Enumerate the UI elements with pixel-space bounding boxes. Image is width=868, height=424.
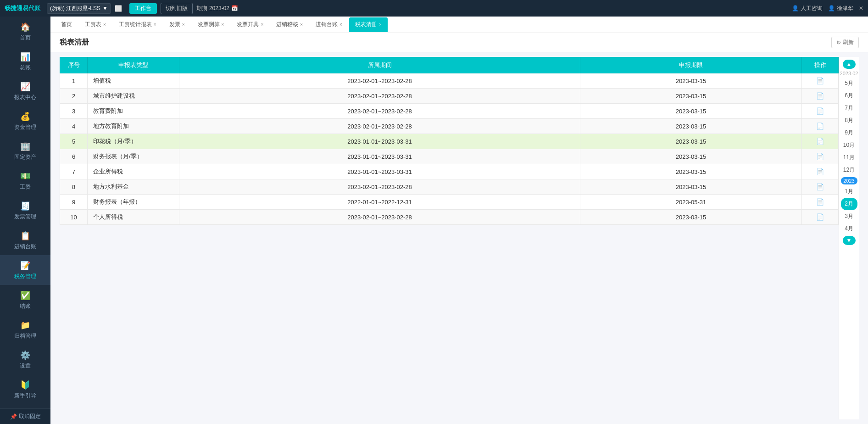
sidebar-item-ledger[interactable]: 📊 总账 [0,46,50,76]
user-profile[interactable]: 👤 徐泽华 [828,5,853,12]
doc-icon-6[interactable]: 📄 [816,168,824,175]
cell-type-4: 印花税（月/季） [88,134,179,149]
workspace-button[interactable]: 工作台 [129,3,157,14]
cell-type-2: 教育费附加 [88,104,179,119]
customer-service[interactable]: 👤 人工咨询 [792,5,823,12]
tab-salary-stats-close[interactable]: × [154,22,156,27]
refresh-button[interactable]: ↻ 刷新 [831,37,859,48]
doc-icon-4[interactable]: 📄 [816,138,824,145]
sidebar-item-reports[interactable]: 📈 报表中心 [0,76,50,106]
sidebar-label-home: 首页 [20,34,31,42]
cell-period-5: 2023-01-01~2023-03-31 [179,149,580,164]
cell-action-6[interactable]: 📄 [802,164,839,179]
cell-action-2[interactable]: 📄 [802,104,839,119]
tab-invoice-calc-close[interactable]: × [222,22,224,27]
cal-month-3[interactable]: 3月 [841,210,857,223]
col-header-action: 操作 [802,57,839,73]
tab-invoice-calc[interactable]: 发票测算 × [192,17,230,32]
sidebar-item-home[interactable]: 🏠 首页 [0,17,50,46]
tab-invoice-issue[interactable]: 发票开具 × [231,17,269,32]
tax-icon: 📝 [20,261,30,271]
tab-sales-ledger[interactable]: 进销台账 × [310,17,348,32]
cell-action-9[interactable]: 📄 [802,210,839,225]
cell-deadline-5: 2023-03-15 [580,149,802,164]
tab-tax-list[interactable]: 税表清册 × [349,17,388,32]
tab-salary-table-close[interactable]: × [103,22,106,27]
sidebar-item-invoice[interactable]: 🧾 发票管理 [0,195,50,225]
sidebar-item-assets[interactable]: 🏢 固定资产 [0,136,50,166]
tab-tax-list-close[interactable]: × [379,22,382,27]
cell-action-8[interactable]: 📄 [802,195,839,210]
cell-action-0[interactable]: 📄 [802,73,839,89]
doc-icon-1[interactable]: 📄 [816,92,824,100]
cal-month-10[interactable]: 10月 [841,139,857,151]
doc-icon-2[interactable]: 📄 [816,107,824,115]
cal-month-6[interactable]: 6月 [841,89,857,102]
sidebar-item-salary[interactable]: 💵 工资 [0,166,50,195]
service-label: 人工咨询 [801,5,823,12]
tab-invoice-close[interactable]: × [182,22,185,27]
sidebar-item-funds[interactable]: 💰 资金管理 [0,106,50,136]
sidebar-label-close-period: 结账 [20,302,31,310]
calendar-nav-down[interactable]: ▼ [843,236,856,245]
table-row: 1 增值税 2023-02-01~2023-02-28 2023-03-15 📄 [60,73,839,89]
sidebar-item-archive[interactable]: 📁 归档管理 [0,315,50,345]
cell-no-9: 10 [60,210,88,225]
top-bar-actions: 工作台 切到旧版 期期 2023-02 📅 [129,3,238,14]
tab-sales-audit-close[interactable]: × [300,22,303,27]
tab-salary-table[interactable]: 工资表 × [79,17,112,32]
cell-action-3[interactable]: 📄 [802,119,839,134]
cell-action-1[interactable]: 📄 [802,89,839,104]
company-selector[interactable]: (勿动) 江西服垦-LSS ▼ [47,3,111,14]
cell-no-0: 1 [60,73,88,89]
calendar-nav-up[interactable]: ▲ [843,60,856,69]
tab-home[interactable]: 首页 [55,17,78,32]
sidebar-item-settings[interactable]: ⚙️ 设置 [0,345,50,374]
cell-type-6: 企业所得税 [88,164,179,179]
sidebar-bottom-pin[interactable]: 📌 取消固定 [0,408,50,424]
sidebar-label-invoice: 发票管理 [14,213,36,221]
doc-icon-3[interactable]: 📄 [816,123,824,130]
cal-month-2[interactable]: 2月 [841,198,857,210]
table-row: 10 个人所得税 2023-02-01~2023-02-28 2023-03-1… [60,210,839,225]
cal-month-1[interactable]: 1月 [841,185,857,198]
cal-month-11[interactable]: 11月 [841,151,857,164]
reports-icon: 📈 [20,82,30,92]
tab-sales-audit[interactable]: 进销稽核 × [270,17,309,32]
sidebar-item-tax[interactable]: 📝 税务管理 [0,255,50,285]
sidebar-item-close-period[interactable]: ✅ 结账 [0,285,50,315]
close-icon[interactable]: ✕ [859,5,863,11]
tab-invoice-issue-label: 发票开具 [237,21,259,28]
cell-period-3: 2023-02-01~2023-02-28 [179,119,580,134]
cell-no-4: 5 [60,134,88,149]
cal-month-12[interactable]: 12月 [841,164,857,176]
tab-salary-stats[interactable]: 工资统计报表 × [113,17,162,32]
doc-icon-8[interactable]: 📄 [816,198,824,206]
cell-action-4[interactable]: 📄 [802,134,839,149]
doc-icon-9[interactable]: 📄 [816,213,824,221]
doc-icon-0[interactable]: 📄 [816,77,824,84]
tab-salary-stats-label: 工资统计报表 [119,21,152,28]
cell-type-5: 财务报表（月/季） [88,149,179,164]
sidebar-item-guide[interactable]: 🔰 新手引导 [0,374,50,404]
tab-invoice[interactable]: 发票 × [163,17,191,32]
sidebar-item-purchase-sales[interactable]: 📋 进销台账 [0,225,50,255]
doc-icon-5[interactable]: 📄 [816,153,824,160]
tab-sales-ledger-close[interactable]: × [339,22,342,27]
copy-icon[interactable]: ⬜ [115,5,122,12]
cell-action-7[interactable]: 📄 [802,179,839,195]
tab-salary-table-label: 工资表 [85,21,101,28]
oldview-button[interactable]: 切到旧版 [161,3,193,14]
calendar-icon[interactable]: 📅 [231,5,238,11]
table-row: 9 财务报表（年报） 2022-01-01~2022-12-31 2023-05… [60,195,839,210]
app-logo: 畅捷通易代账 [5,4,40,12]
cal-month-7[interactable]: 7月 [841,102,857,114]
cal-month-9[interactable]: 9月 [841,127,857,139]
cal-month-8[interactable]: 8月 [841,114,857,127]
cal-month-5[interactable]: 5月 [841,77,857,89]
tab-invoice-issue-close[interactable]: × [261,22,263,27]
period-display: 期期 2023-02 📅 [196,5,238,12]
cal-month-4[interactable]: 4月 [841,223,857,235]
cell-action-5[interactable]: 📄 [802,149,839,164]
doc-icon-7[interactable]: 📄 [816,183,824,190]
